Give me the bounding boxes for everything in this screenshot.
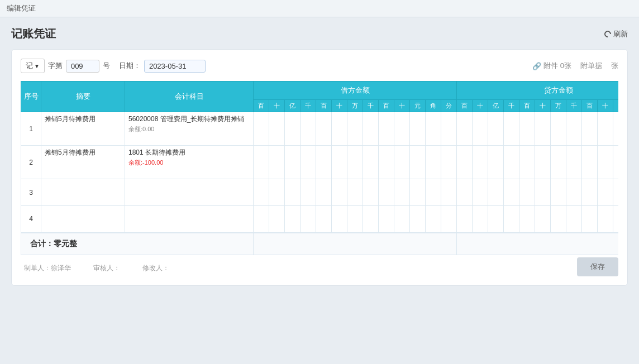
debit-amount-cell[interactable] xyxy=(426,112,441,146)
debit-amount-cell[interactable] xyxy=(254,206,269,233)
debit-amount-cell[interactable] xyxy=(269,179,285,206)
debit-amount-cell[interactable] xyxy=(347,179,363,206)
debit-amount-cell[interactable] xyxy=(394,146,410,179)
credit-amount-cell[interactable] xyxy=(535,206,551,233)
table-row[interactable]: 4 xyxy=(21,206,619,233)
credit-amount-cell[interactable] xyxy=(566,179,582,206)
debit-amount-cell[interactable] xyxy=(269,206,285,233)
row-subject[interactable]: 1801 长期待摊费用余额:-100.00 xyxy=(125,146,254,179)
table-row[interactable]: 3 xyxy=(21,179,619,206)
credit-amount-cell[interactable] xyxy=(504,179,519,206)
debit-amount-cell[interactable] xyxy=(426,146,441,179)
debit-amount-cell[interactable] xyxy=(332,206,347,233)
credit-amount-cell[interactable] xyxy=(473,206,488,233)
credit-amount-cell[interactable] xyxy=(504,146,519,179)
debit-amount-cell[interactable] xyxy=(363,146,379,179)
credit-amount-cell[interactable] xyxy=(519,179,535,206)
debit-amount-cell[interactable] xyxy=(269,146,285,179)
row-summary[interactable] xyxy=(41,179,125,206)
credit-amount-cell[interactable] xyxy=(457,112,473,146)
debit-amount-cell[interactable] xyxy=(441,112,457,146)
credit-amount-cell[interactable] xyxy=(566,206,582,233)
debit-amount-cell[interactable] xyxy=(379,179,394,206)
credit-amount-cell[interactable] xyxy=(582,112,598,146)
debit-amount-cell[interactable] xyxy=(394,112,410,146)
table-row[interactable]: 1摊销5月待摊费用56020008 管理费用_长期待摊费用摊销余额:0.00 xyxy=(21,112,619,146)
credit-amount-cell[interactable] xyxy=(551,179,566,206)
credit-amount-cell[interactable] xyxy=(582,206,598,233)
debit-amount-cell[interactable] xyxy=(254,146,269,179)
debit-amount-cell[interactable] xyxy=(301,146,316,179)
credit-amount-cell[interactable] xyxy=(488,146,504,179)
debit-amount-cell[interactable] xyxy=(379,206,394,233)
credit-amount-cell[interactable] xyxy=(613,146,618,179)
credit-amount-cell[interactable] xyxy=(613,179,618,206)
save-button[interactable]: 保存 xyxy=(577,257,618,276)
row-summary[interactable] xyxy=(41,206,125,233)
credit-amount-cell[interactable] xyxy=(488,206,504,233)
debit-amount-cell[interactable] xyxy=(394,179,410,206)
credit-amount-cell[interactable] xyxy=(582,146,598,179)
debit-amount-cell[interactable] xyxy=(269,112,285,146)
debit-amount-cell[interactable] xyxy=(285,179,301,206)
debit-amount-cell[interactable] xyxy=(426,206,441,233)
debit-amount-cell[interactable] xyxy=(301,179,316,206)
credit-amount-cell[interactable] xyxy=(598,179,613,206)
debit-amount-cell[interactable] xyxy=(426,179,441,206)
credit-amount-cell[interactable] xyxy=(613,206,618,233)
credit-amount-cell[interactable] xyxy=(473,112,488,146)
credit-amount-cell[interactable] xyxy=(551,146,566,179)
debit-amount-cell[interactable] xyxy=(441,179,457,206)
credit-amount-cell[interactable] xyxy=(488,112,504,146)
debit-amount-cell[interactable] xyxy=(410,179,426,206)
debit-amount-cell[interactable] xyxy=(347,206,363,233)
credit-amount-cell[interactable] xyxy=(613,112,618,146)
date-input[interactable] xyxy=(144,60,206,73)
credit-amount-cell[interactable] xyxy=(551,206,566,233)
debit-amount-cell[interactable] xyxy=(254,179,269,206)
debit-amount-cell[interactable] xyxy=(285,206,301,233)
credit-amount-cell[interactable] xyxy=(598,112,613,146)
debit-amount-cell[interactable] xyxy=(379,112,394,146)
credit-amount-cell[interactable] xyxy=(519,206,535,233)
debit-amount-cell[interactable] xyxy=(394,206,410,233)
debit-amount-cell[interactable] xyxy=(254,112,269,146)
credit-amount-cell[interactable] xyxy=(535,112,551,146)
row-summary[interactable]: 摊销5月待摊费用 xyxy=(41,112,125,146)
debit-amount-cell[interactable] xyxy=(301,206,316,233)
debit-amount-cell[interactable] xyxy=(332,179,347,206)
debit-amount-cell[interactable] xyxy=(347,146,363,179)
debit-amount-cell[interactable] xyxy=(379,146,394,179)
type-select[interactable]: 记 ▼ xyxy=(21,59,45,73)
credit-amount-cell[interactable] xyxy=(566,112,582,146)
credit-amount-cell[interactable] xyxy=(488,179,504,206)
credit-amount-cell[interactable] xyxy=(504,206,519,233)
debit-amount-cell[interactable] xyxy=(285,146,301,179)
credit-amount-cell[interactable] xyxy=(457,179,473,206)
debit-amount-cell[interactable] xyxy=(316,179,332,206)
credit-amount-cell[interactable] xyxy=(582,179,598,206)
attachment-link[interactable]: 🔗 附件 0张 xyxy=(532,61,571,71)
debit-amount-cell[interactable] xyxy=(301,112,316,146)
debit-amount-cell[interactable] xyxy=(363,179,379,206)
credit-amount-cell[interactable] xyxy=(519,146,535,179)
debit-amount-cell[interactable] xyxy=(332,112,347,146)
debit-amount-cell[interactable] xyxy=(363,206,379,233)
debit-amount-cell[interactable] xyxy=(410,112,426,146)
credit-amount-cell[interactable] xyxy=(519,112,535,146)
debit-amount-cell[interactable] xyxy=(332,146,347,179)
refresh-button[interactable]: 刷新 xyxy=(604,29,628,39)
credit-amount-cell[interactable] xyxy=(473,179,488,206)
debit-amount-cell[interactable] xyxy=(410,206,426,233)
debit-amount-cell[interactable] xyxy=(285,112,301,146)
credit-amount-cell[interactable] xyxy=(551,112,566,146)
debit-amount-cell[interactable] xyxy=(363,112,379,146)
credit-amount-cell[interactable] xyxy=(598,206,613,233)
credit-amount-cell[interactable] xyxy=(457,206,473,233)
debit-amount-cell[interactable] xyxy=(347,112,363,146)
row-subject[interactable] xyxy=(125,179,254,206)
debit-amount-cell[interactable] xyxy=(316,146,332,179)
debit-amount-cell[interactable] xyxy=(441,146,457,179)
credit-amount-cell[interactable] xyxy=(535,146,551,179)
debit-amount-cell[interactable] xyxy=(316,206,332,233)
